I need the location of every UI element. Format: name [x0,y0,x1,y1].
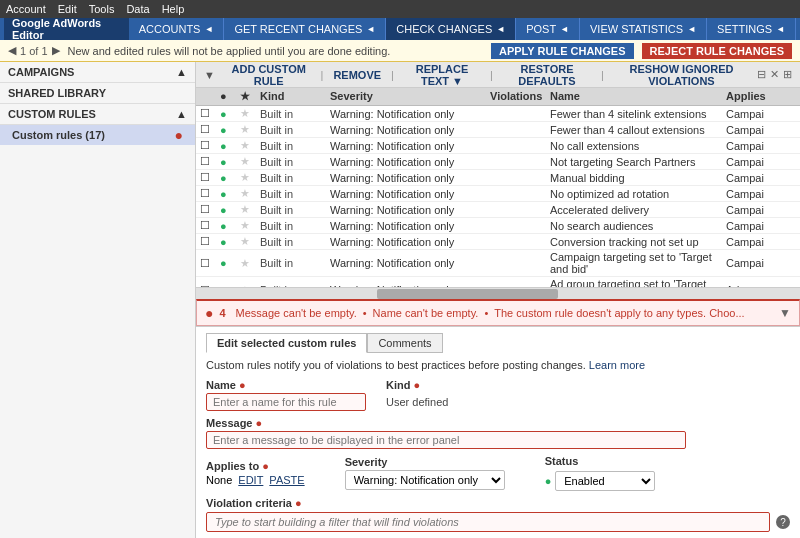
row-star: ★ [240,203,260,216]
row-star: ★ [240,257,260,270]
table-row[interactable]: ☐ ● ★ Built in Warning: Notification onl… [196,138,800,154]
minimize-icon[interactable]: ⊟ [757,68,766,81]
table-row[interactable]: ☐ ● ★ Built in Warning: Notification onl… [196,234,800,250]
rules-table[interactable]: ● ★ Kind Severity Violations Name Applie… [196,88,800,287]
message-input[interactable] [206,431,686,449]
row-check[interactable]: ☐ [200,123,220,136]
row-bullet: ● [220,124,240,136]
error-msg-1: Message can't be empty. [236,307,357,319]
restore-defaults-button[interactable]: RESTORE DEFAULTS [499,62,595,89]
row-star: ★ [240,171,260,184]
sidebar-section-custom-rules[interactable]: CUSTOM RULES ▲ [0,104,195,125]
row-bullet: ● [220,204,240,216]
table-row[interactable]: ☐ ● ★ Built in Warning: Notification onl… [196,170,800,186]
message-label: Message ● [206,417,790,429]
table-row[interactable]: ☐ ● ★ Built in Warning: Notification onl… [196,277,800,287]
message-row: Message ● [206,417,790,449]
applies-value: None [206,474,232,486]
toolbar-accounts[interactable]: ACCOUNTS◄ [129,18,225,40]
applies-paste-link[interactable]: PASTE [269,474,304,486]
toolbar-check-changes[interactable]: CHECK CHANGES◄ [386,18,516,40]
error-msg-2: Name can't be empty. [373,307,479,319]
row-name: Fewer than 4 sitelink extensions [550,108,726,120]
table-row[interactable]: ☐ ● ★ Built in Warning: Notification onl… [196,250,800,277]
row-bullet: ● [220,172,240,184]
row-name: Accelerated delivery [550,204,726,216]
table-header: ● ★ Kind Severity Violations Name Applie… [196,88,800,106]
row-bullet: ● [220,257,240,269]
menu-help[interactable]: Help [162,3,185,15]
status-select[interactable]: EnabledDisabled [555,471,655,491]
status-group: Status ● EnabledDisabled [545,455,656,491]
row-kind: Built in [260,188,330,200]
menu-data[interactable]: Data [126,3,149,15]
post-arrow-icon: ◄ [560,24,569,34]
menu-edit[interactable]: Edit [58,3,77,15]
row-check[interactable]: ☐ [200,139,220,152]
custom-rules-error-dot: ● [175,128,183,142]
sidebar-item-custom-rules-list[interactable]: Custom rules (17) ● [0,125,195,145]
close-icon[interactable]: ✕ [770,68,779,81]
learn-more-link[interactable]: Learn more [589,359,645,371]
row-name: Not targeting Search Partners [550,156,726,168]
help-icon[interactable]: ? [776,515,790,529]
row-kind: Built in [260,156,330,168]
remove-button[interactable]: REMOVE [329,67,385,83]
reject-rule-changes-button[interactable]: REJECT RULE CHANGES [642,43,792,59]
name-input[interactable] [206,393,366,411]
menu-tools[interactable]: Tools [89,3,115,15]
add-custom-rule-button[interactable]: ADD CUSTOM RULE [223,62,315,89]
row-star: ★ [240,123,260,136]
table-row[interactable]: ☐ ● ★ Built in Warning: Notification onl… [196,154,800,170]
row-bullet: ● [220,188,240,200]
row-kind: Built in [260,236,330,248]
table-row[interactable]: ☐ ● ★ Built in Warning: Notification onl… [196,218,800,234]
violation-input[interactable] [206,512,770,532]
applies-edit-link[interactable]: EDIT [238,474,263,486]
apply-rule-changes-button[interactable]: APPLY RULE CHANGES [491,43,634,59]
menu-account[interactable]: Account [6,3,46,15]
toolbar-get-recent-changes[interactable]: GET RECENT CHANGES◄ [224,18,386,40]
row-check[interactable]: ☐ [200,257,220,270]
custom-rules-item-label: Custom rules (17) [12,129,105,141]
table-row[interactable]: ☐ ● ★ Built in Warning: Notification onl… [196,122,800,138]
nav-prev-icon[interactable]: ◀ [8,44,16,57]
toolbar-settings[interactable]: SETTINGS◄ [707,18,796,40]
row-check[interactable]: ☐ [200,107,220,120]
row-check[interactable]: ☐ [200,219,220,232]
accounts-arrow-icon: ◄ [204,24,213,34]
row-check[interactable]: ☐ [200,203,220,216]
nav-next-icon[interactable]: ▶ [52,44,60,57]
row-kind: Built in [260,108,330,120]
error-msg-3: The custom rule doesn't apply to any typ… [494,307,744,319]
row-applies: Campai [726,257,796,269]
row-check[interactable]: ☐ [200,235,220,248]
toolbar-post[interactable]: POST◄ [516,18,580,40]
row-check[interactable]: ☐ [200,171,220,184]
replace-text-button[interactable]: REPLACE TEXT ▼ [400,62,484,89]
sidebar-section-campaigns[interactable]: CAMPAIGNS ▲ [0,62,195,83]
violation-label: Violation criteria ● [206,497,790,509]
reshow-ignored-button[interactable]: RESHOW IGNORED VIOLATIONS [610,62,753,89]
table-body: ☐ ● ★ Built in Warning: Notification onl… [196,106,800,287]
tab-comments[interactable]: Comments [367,333,442,353]
expand-icon[interactable]: ⊞ [783,68,792,81]
row-applies: Campai [726,108,796,120]
row-applies: Campai [726,156,796,168]
error-bar-expand-btn[interactable]: ▼ [779,306,791,320]
row-severity: Warning: Notification only [330,257,490,269]
scroll-thumb[interactable] [377,289,558,299]
table-row[interactable]: ☐ ● ★ Built in Warning: Notification onl… [196,106,800,122]
tab-edit-selected[interactable]: Edit selected custom rules [206,333,367,353]
toolbar-view-statistics[interactable]: VIEW STATISTICS◄ [580,18,707,40]
horizontal-scrollbar[interactable] [196,287,800,299]
row-check[interactable]: ☐ [200,187,220,200]
row-check[interactable]: ☐ [200,155,220,168]
row-bullet: ● [220,220,240,232]
error-dot-icon: ● [205,305,213,321]
severity-select[interactable]: Warning: Notification onlyErrorWarning [345,470,505,490]
menu-bar: Account Edit Tools Data Help [0,0,800,18]
table-row[interactable]: ☐ ● ★ Built in Warning: Notification onl… [196,202,800,218]
table-row[interactable]: ☐ ● ★ Built in Warning: Notification onl… [196,186,800,202]
sidebar-section-shared-library[interactable]: SHARED LIBRARY [0,83,195,104]
